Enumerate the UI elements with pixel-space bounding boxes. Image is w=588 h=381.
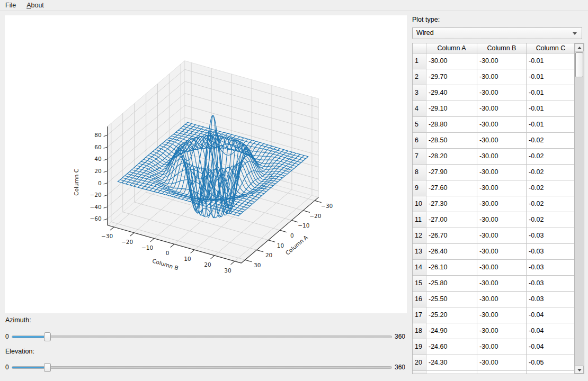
- table-cell[interactable]: -30.00: [477, 69, 527, 85]
- table-cell[interactable]: -24.90: [426, 323, 477, 339]
- table-cell[interactable]: -30.00: [477, 101, 527, 117]
- scroll-up-icon[interactable]: [575, 43, 584, 51]
- table-cell[interactable]: -26.10: [426, 260, 477, 276]
- row-header-cell[interactable]: 8: [413, 165, 426, 180]
- table-cell[interactable]: -30.00: [477, 292, 527, 307]
- elevation-slider[interactable]: [12, 363, 392, 372]
- table-cell[interactable]: -30.00: [477, 307, 527, 323]
- table-cell[interactable]: -30.00: [477, 355, 527, 371]
- table-cell[interactable]: -0.03: [527, 292, 575, 307]
- table-cell[interactable]: -0.02: [527, 165, 575, 180]
- table-cell[interactable]: -28.20: [426, 149, 477, 165]
- row-header-cell[interactable]: 11: [413, 212, 426, 228]
- azimuth-slider-track[interactable]: [12, 335, 392, 338]
- table-cell[interactable]: -27.30: [426, 196, 477, 212]
- table-cell[interactable]: -24.30: [426, 355, 477, 371]
- table-cell[interactable]: -0.01: [527, 101, 575, 117]
- scrollbar-thumb[interactable]: [575, 52, 583, 77]
- table-cell[interactable]: -26.70: [426, 228, 477, 244]
- row-header-cell[interactable]: 4: [413, 101, 426, 117]
- table-cell[interactable]: -0.01: [527, 85, 575, 101]
- table-cell[interactable]: -0.05: [527, 355, 575, 371]
- table-cell[interactable]: -0.04: [527, 307, 575, 323]
- table-cell[interactable]: -27.90: [426, 165, 477, 180]
- table-cell[interactable]: -29.40: [426, 85, 477, 101]
- table-cell[interactable]: -27.60: [426, 180, 477, 196]
- table-cell[interactable]: -0.02: [527, 180, 575, 196]
- table-cell[interactable]: -0.03: [527, 260, 575, 276]
- table-cell[interactable]: -30.00: [477, 212, 527, 228]
- table-cell[interactable]: -24.60: [426, 339, 477, 355]
- row-header-cell[interactable]: 7: [413, 149, 426, 165]
- table-cell[interactable]: -30.00: [477, 165, 527, 180]
- menu-item-about[interactable]: About: [21, 0, 49, 11]
- table-cell[interactable]: [527, 371, 575, 374]
- table-cell[interactable]: -28.50: [426, 133, 477, 149]
- row-header-cell[interactable]: 1: [413, 53, 426, 69]
- row-header-cell[interactable]: 18: [413, 323, 426, 339]
- row-header-cell[interactable]: 12: [413, 228, 426, 244]
- table-cell[interactable]: -30.00: [477, 149, 527, 165]
- table-cell[interactable]: [426, 371, 477, 374]
- column-header-column-c[interactable]: Column C: [527, 43, 575, 53]
- column-header-column-b[interactable]: Column B: [477, 43, 527, 53]
- row-header-cell[interactable]: [413, 371, 426, 374]
- table-cell[interactable]: -30.00: [477, 85, 527, 101]
- row-header-cell[interactable]: 6: [413, 133, 426, 149]
- table-cell[interactable]: [477, 371, 527, 374]
- table-cell[interactable]: -0.02: [527, 133, 575, 149]
- table-cell[interactable]: -30.00: [477, 53, 527, 69]
- row-header-cell[interactable]: 16: [413, 292, 426, 307]
- table-vertical-scrollbar[interactable]: [574, 43, 584, 374]
- table-cell[interactable]: -25.50: [426, 292, 477, 307]
- row-header-cell[interactable]: 3: [413, 85, 426, 101]
- table-cell[interactable]: -30.00: [477, 196, 527, 212]
- row-header-cell[interactable]: 5: [413, 117, 426, 133]
- row-header-cell[interactable]: 10: [413, 196, 426, 212]
- row-header-cell[interactable]: 20: [413, 355, 426, 371]
- table-cell[interactable]: -0.04: [527, 339, 575, 355]
- table-cell[interactable]: -0.03: [527, 228, 575, 244]
- plot-type-dropdown[interactable]: Wired: [412, 27, 582, 39]
- table-cell[interactable]: -0.03: [527, 276, 575, 292]
- scroll-down-icon[interactable]: [575, 366, 584, 374]
- table-cell[interactable]: -30.00: [477, 260, 527, 276]
- table-cell[interactable]: -25.80: [426, 276, 477, 292]
- row-header-cell[interactable]: 14: [413, 260, 426, 276]
- table-cell[interactable]: -30.00: [477, 244, 527, 260]
- row-header-cell[interactable]: 17: [413, 307, 426, 323]
- table-cell[interactable]: -30.00: [477, 323, 527, 339]
- row-header-cell[interactable]: 19: [413, 339, 426, 355]
- table-cell[interactable]: -30.00: [477, 228, 527, 244]
- azimuth-slider[interactable]: [12, 332, 392, 341]
- table-cell[interactable]: -30.00: [477, 339, 527, 355]
- table-cell[interactable]: -0.01: [527, 53, 575, 69]
- table-cell[interactable]: -0.02: [527, 149, 575, 165]
- row-header-cell[interactable]: 2: [413, 69, 426, 85]
- row-header-cell[interactable]: 13: [413, 244, 426, 260]
- table-cell[interactable]: -0.01: [527, 117, 575, 133]
- elevation-slider-track[interactable]: [12, 366, 392, 369]
- menu-item-file[interactable]: File: [0, 0, 21, 11]
- table-cell[interactable]: -30.00: [477, 180, 527, 196]
- table-cell[interactable]: -27.00: [426, 212, 477, 228]
- row-header-cell[interactable]: 15: [413, 276, 426, 292]
- table-cell[interactable]: -30.00: [477, 276, 527, 292]
- table-cell[interactable]: -25.20: [426, 307, 477, 323]
- table-cell[interactable]: -29.70: [426, 69, 477, 85]
- elevation-slider-handle[interactable]: [44, 363, 51, 372]
- column-header-column-a[interactable]: Column A: [426, 43, 477, 53]
- table-cell[interactable]: -29.10: [426, 101, 477, 117]
- table-cell[interactable]: -0.04: [527, 323, 575, 339]
- table-cell[interactable]: -30.00: [426, 53, 477, 69]
- table-cell[interactable]: -0.03: [527, 244, 575, 260]
- table-cell[interactable]: -0.01: [527, 69, 575, 85]
- table-cell[interactable]: -26.40: [426, 244, 477, 260]
- table-cell[interactable]: -0.02: [527, 196, 575, 212]
- table-cell[interactable]: -30.00: [477, 133, 527, 149]
- table-cell[interactable]: -30.00: [477, 117, 527, 133]
- azimuth-slider-handle[interactable]: [44, 332, 51, 341]
- table-cell[interactable]: -28.80: [426, 117, 477, 133]
- row-header-cell[interactable]: 9: [413, 180, 426, 196]
- table-cell[interactable]: -0.02: [527, 212, 575, 228]
